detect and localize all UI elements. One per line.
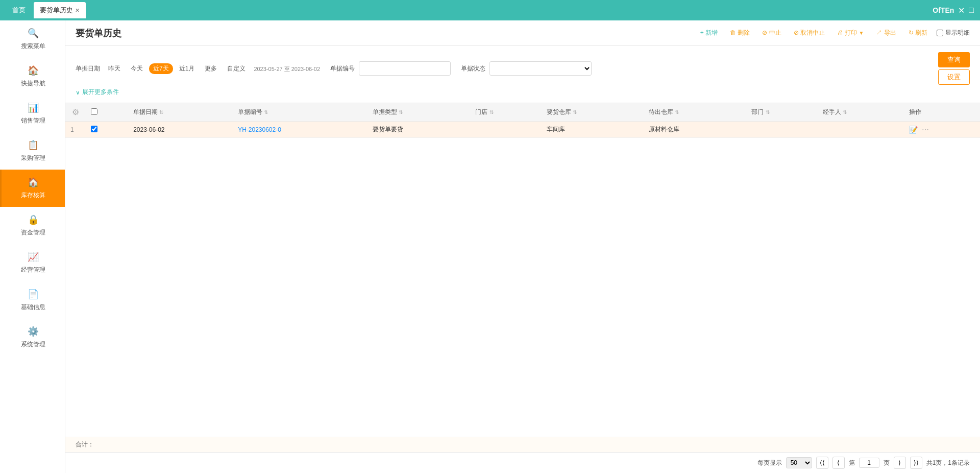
- sidebar-label-quick-nav: 快捷导航: [21, 79, 45, 88]
- col-department: 部门 ⇅: [746, 103, 817, 122]
- sort-date-icon[interactable]: ⇅: [159, 109, 163, 115]
- show-detail-checkbox[interactable]: [937, 30, 943, 36]
- clipboard-icon: 📋: [28, 139, 39, 151]
- row-out-warehouse: 原材料仓库: [644, 122, 747, 138]
- tab-home-label: 首页: [12, 6, 26, 15]
- sidebar-label-search: 搜索菜单: [21, 42, 45, 51]
- stop-button[interactable]: ⊘ 中止: [759, 27, 784, 39]
- refresh-button[interactable]: ↻ 刷新: [905, 27, 930, 39]
- show-detail-text: 显示明细: [945, 29, 970, 37]
- print-button[interactable]: 🖨 打印 ▼: [834, 27, 867, 39]
- date-pill-custom[interactable]: 自定义: [223, 63, 250, 74]
- checkbox-header: [86, 103, 128, 122]
- content-area: 要货单历史 + 新增 🗑 删除 ⊘ 中止 ⊘ 取消中止 🖨 打印 ▼ ↗ 导出 …: [65, 20, 980, 473]
- sidebar-label-finance: 资金管理: [21, 228, 45, 237]
- more-icon: ⋯: [922, 126, 929, 134]
- next-page-button[interactable]: ⟩: [894, 457, 906, 469]
- print-arrow-icon: ▼: [859, 30, 864, 36]
- table-row: 1 2023-06-02 YH-20230602-0 要货单要货 车间库 原材料…: [65, 122, 980, 138]
- sidebar-item-finance[interactable]: 🔒 资金管理: [0, 207, 65, 244]
- sort-handler-icon[interactable]: ⇅: [843, 109, 847, 115]
- page-size-select[interactable]: 50 100: [786, 457, 812, 468]
- settings-button[interactable]: 设置: [938, 69, 970, 85]
- page-size-label: 每页显示: [757, 459, 782, 467]
- sort-store-icon[interactable]: ⇅: [489, 109, 494, 115]
- sidebar-item-purchase[interactable]: 📋 采购管理: [0, 132, 65, 170]
- expand-more-button[interactable]: ∨ 展开更多条件: [76, 88, 119, 97]
- page-title: 要货单历史: [76, 27, 121, 39]
- toolbar: + 新增 🗑 删除 ⊘ 中止 ⊘ 取消中止 🖨 打印 ▼ ↗ 导出 ↻ 刷新 显…: [697, 27, 970, 39]
- window-maximize-icon[interactable]: □: [969, 6, 974, 15]
- row-department: [746, 122, 817, 138]
- date-pill-1month[interactable]: 近1月: [175, 63, 199, 74]
- page-word: 页: [884, 459, 890, 467]
- tab-home[interactable]: 首页: [6, 2, 32, 18]
- row-doc-type: 要货单要货: [368, 122, 471, 138]
- col-actions: 操作: [904, 103, 980, 122]
- row-select-checkbox[interactable]: [91, 126, 97, 132]
- sidebar-label-basic: 基础信息: [21, 303, 45, 312]
- sidebar-label-sales: 销售管理: [21, 116, 45, 125]
- date-filter-label: 单据日期: [76, 64, 100, 73]
- date-pill-yesterday[interactable]: 昨天: [104, 63, 125, 74]
- sidebar: 🔍 搜索菜单 🏠 快捷导航 📊 销售管理 📋 采购管理 🏠 库存核算 🔒 资金管…: [0, 20, 65, 473]
- doc-number-input[interactable]: [359, 61, 451, 76]
- sidebar-item-quick-nav[interactable]: 🏠 快捷导航: [0, 58, 65, 95]
- sort-reqwh-icon[interactable]: ⇅: [573, 109, 577, 115]
- total-info: 共1页，1条记录: [926, 459, 970, 467]
- date-filter-group: 单据日期 昨天 今天 近7天 近1月 更多 自定义 2023-05-27 至 2…: [76, 63, 320, 74]
- sidebar-item-system[interactable]: ⚙️ 系统管理: [0, 319, 65, 356]
- expand-more-label: 展开更多条件: [82, 88, 119, 97]
- basic-icon: 📄: [28, 289, 39, 300]
- filter-area: 单据日期 昨天 今天 近7天 近1月 更多 自定义 2023-05-27 至 2…: [65, 46, 980, 103]
- row-actions: 📝 ⋯: [904, 122, 980, 138]
- sidebar-item-sales[interactable]: 📊 销售管理: [0, 95, 65, 132]
- date-pill-more[interactable]: 更多: [201, 63, 221, 74]
- sidebar-item-inventory[interactable]: 🏠 库存核算: [0, 170, 65, 207]
- first-page-button[interactable]: ⟨⟨: [816, 457, 828, 469]
- col-date: 单据日期 ⇅: [128, 103, 233, 122]
- export-button[interactable]: ↗ 导出: [873, 27, 899, 39]
- row-req-warehouse: 车间库: [542, 122, 644, 138]
- new-button[interactable]: + 新增: [697, 27, 721, 39]
- sort-docnum-icon[interactable]: ⇅: [264, 109, 268, 115]
- show-detail-label: 显示明细: [937, 29, 970, 37]
- row-store: [470, 122, 541, 138]
- window-close-icon[interactable]: ✕: [958, 6, 965, 15]
- doc-number-link[interactable]: YH-20230602-0: [238, 126, 281, 133]
- sidebar-item-operation[interactable]: 📈 经营管理: [0, 244, 65, 281]
- doc-number-filter-group: 单据编号: [330, 61, 451, 76]
- tab-close-icon[interactable]: ✕: [75, 7, 80, 14]
- sidebar-item-basic[interactable]: 📄 基础信息: [0, 281, 65, 319]
- prev-page-button[interactable]: ⟨: [832, 457, 845, 469]
- more-action-button[interactable]: ⋯: [922, 126, 929, 134]
- last-page-button[interactable]: ⟩⟩: [910, 457, 922, 469]
- column-settings-icon[interactable]: ⚙: [72, 108, 79, 116]
- search-icon: 🔍: [28, 28, 39, 39]
- status-select[interactable]: [489, 61, 592, 76]
- sort-doctype-icon[interactable]: ⇅: [399, 109, 403, 115]
- sort-outwh-icon[interactable]: ⇅: [675, 109, 679, 115]
- table-footer: 合计：: [65, 437, 980, 452]
- row-date: 2023-06-02: [128, 122, 233, 138]
- date-pill-today[interactable]: 今天: [127, 63, 147, 74]
- edit-action-button[interactable]: 📝: [909, 126, 918, 134]
- edit-icon: 📝: [909, 126, 918, 134]
- tab-purchase-history-label: 要货单历史: [40, 6, 73, 15]
- col-doc-number: 单据编号 ⇅: [233, 103, 368, 122]
- select-all-checkbox[interactable]: [91, 108, 97, 115]
- main-layout: 🔍 搜索菜单 🏠 快捷导航 📊 销售管理 📋 采购管理 🏠 库存核算 🔒 资金管…: [0, 20, 980, 473]
- tab-purchase-history[interactable]: 要货单历史 ✕: [34, 2, 86, 18]
- sidebar-label-system: 系统管理: [21, 340, 45, 349]
- sort-dept-icon[interactable]: ⇅: [766, 109, 770, 115]
- sidebar-item-search[interactable]: 🔍 搜索菜单: [0, 20, 65, 58]
- col-out-warehouse: 待出仓库 ⇅: [644, 103, 747, 122]
- operation-icon: 📈: [28, 251, 39, 263]
- cancel-stop-button[interactable]: ⊘ 取消中止: [791, 27, 828, 39]
- query-button[interactable]: 查询: [938, 52, 970, 67]
- page-number-input[interactable]: [859, 458, 879, 468]
- date-pill-7days[interactable]: 近7天: [149, 63, 173, 74]
- delete-button[interactable]: 🗑 删除: [727, 27, 753, 39]
- go-page-label: 第: [849, 459, 855, 467]
- inventory-icon: 🏠: [28, 177, 39, 188]
